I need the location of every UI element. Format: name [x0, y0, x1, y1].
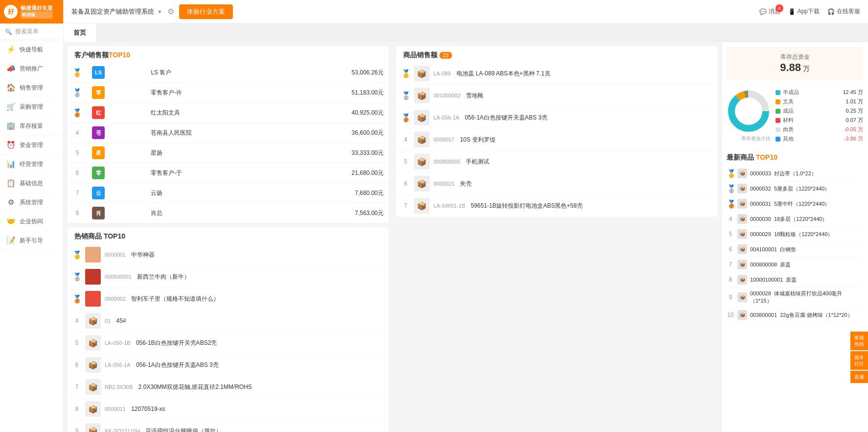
rank-num: 🥈	[401, 91, 410, 100]
sidebar-search[interactable]: 🔍 搜索菜单	[0, 24, 63, 40]
rank-num: 🥇	[72, 250, 81, 260]
product-thumb-placeholder: 📦	[737, 168, 747, 178]
product-code: 000500001	[105, 274, 132, 280]
rank-num: 🥈	[72, 272, 81, 282]
legend-dot	[776, 109, 780, 114]
sales-icon: 🏠	[6, 83, 16, 92]
product-name: 10S 变利罗缇	[458, 136, 496, 144]
product-thumb-placeholder: 📦	[85, 335, 101, 351]
legend-item: 肉类 -0.05 万	[776, 125, 863, 134]
customer-amount: 51,183.00元	[279, 83, 388, 103]
product-name: 电池盖 LA-089 ABS本色+黑种 7.1克	[455, 70, 550, 78]
rank-num: 5	[401, 158, 410, 165]
message-btn[interactable]: 💬 消息 6	[759, 7, 780, 16]
customer-name: 零售客户-许	[146, 83, 279, 103]
float-buttons: 客服 热线 服务 社区 直播	[850, 332, 868, 383]
guide-icon: 📝	[6, 236, 16, 245]
list-item: 8 📦 0000011 12070519-xs	[68, 398, 388, 420]
sidebar-item-marketing[interactable]: 📣 营销推广	[0, 59, 63, 78]
system-icon: ⚙	[6, 198, 16, 207]
legend-label: 成品	[783, 107, 794, 115]
sidebar-item-finance[interactable]: ⏰ 资金管理	[0, 136, 63, 155]
product-name: 手机测试	[464, 158, 489, 166]
product-code: LA-056-1B	[105, 340, 131, 346]
sidebar-item-inventory[interactable]: 🏢 库存核算	[0, 117, 63, 136]
try-btn[interactable]: 体验行业方案	[179, 4, 233, 19]
product-thumb-placeholder: 📦	[737, 260, 747, 269]
sidebar-item-system[interactable]: ⚙ 系统管理	[0, 193, 63, 212]
list-item: 🥈 000500001 新西兰牛肉（新牛）	[68, 266, 388, 288]
float-live-btn[interactable]: 直播	[850, 371, 868, 383]
sidebar-item-cooperation[interactable]: 🤝 企业协同	[0, 212, 63, 231]
search-icon: 🔍	[5, 28, 12, 35]
service-btn[interactable]: 🎧 在线客服	[827, 7, 860, 16]
product-thumb	[85, 291, 101, 307]
product-thumb	[85, 269, 101, 285]
legend-left: 肉类	[776, 126, 794, 133]
list-item: 9 📦 KK-SD22110H 花语萌恒温分腿睡袋（厚款）	[68, 420, 388, 432]
legend-value: 0.25 万	[846, 107, 863, 115]
gear-icon[interactable]: ⚙	[167, 7, 174, 16]
customer-title: 客户销售额TOP10	[68, 46, 388, 63]
sidebar-item-sales[interactable]: 🏠 销售管理	[0, 78, 63, 97]
chevron-down-icon: ▼	[157, 9, 162, 15]
legend-item: 其他 -3.86 万	[776, 134, 863, 144]
customer-badge: 红	[92, 106, 105, 119]
sidebar-item-basic[interactable]: 📋 基础信息	[0, 174, 63, 193]
list-item: 🥉 📦 LA-056-1A 056-1A白色按键开关盖ABS 3壳	[396, 107, 717, 129]
product-code: LA-056-1A	[434, 115, 459, 120]
float-community-btn[interactable]: 服务 社区	[850, 351, 868, 370]
sidebar-item-purchase[interactable]: 🛒 采购管理	[0, 97, 63, 117]
product-thumb-placeholder: 📦	[85, 357, 101, 373]
product-section: 商品销售额 22 🥇 📦 LA-089 电池盖 LA-089 ABS本色+黑种 …	[392, 42, 721, 432]
rank-badge-cell: 肖	[87, 203, 146, 223]
tabs-bar: 首页	[64, 24, 868, 42]
list-item: 4 📦 0000030 18多层（1220*2440）	[727, 212, 863, 227]
rank-num: 4	[72, 317, 81, 324]
legend-item: 半成品 12.45 万	[776, 88, 863, 97]
customer-amount: 53,006.26元	[279, 63, 388, 83]
product-thumb-placeholder: 📦	[414, 66, 430, 81]
latest-products-list: 🥇 📦 0000033 封边带（1.0*22） 🥈 📦 0000032 5厘多层…	[727, 166, 863, 323]
rank-num: 7	[401, 202, 410, 209]
legend-value: 0.07 万	[846, 117, 863, 124]
sidebar-logo: 好 畅捷通好生意 标准版	[0, 0, 63, 24]
legend-value: -3.86 万	[844, 135, 863, 143]
list-item: 5 📦 LA-056-1B 056-1B白色按键开关壳ABS2壳	[68, 332, 388, 354]
list-item: 🥇 📦 0000033 封边带（1.0*22）	[727, 166, 863, 181]
shortcut-label: 快捷导航	[20, 46, 43, 54]
legend-label: 肉类	[783, 126, 794, 133]
table-row: 5 星 星扬 33,333.00元	[68, 143, 388, 163]
list-item: 6 📦 0000021 夹壳	[396, 173, 717, 195]
sidebar-item-shortcut[interactable]: ⚡ 快捷导航	[0, 40, 63, 59]
rank-num: 6	[401, 180, 410, 187]
system-label: 系统管理	[20, 198, 43, 207]
sidebar-item-operations[interactable]: 📊 经营管理	[0, 155, 63, 174]
tab-home[interactable]: 首页	[64, 24, 96, 42]
product-name: 新西兰牛肉（新牛）	[136, 273, 190, 281]
product-name: 004100001 白钢垫	[750, 246, 863, 253]
rank-num: 🥈	[68, 83, 87, 103]
product-name: 10000100001 原盖	[750, 276, 863, 284]
product-thumb-placeholder: 📦	[737, 214, 747, 224]
list-item: 4 📦 01 45#	[68, 310, 388, 332]
system-selector[interactable]: 装备及固定资产辅助管理系统 ▼	[71, 7, 162, 16]
customer-badge: 云	[92, 187, 105, 199]
rank-num: 4	[401, 136, 410, 143]
customer-amount: 21,680.00元	[279, 163, 388, 183]
sidebar-item-guide[interactable]: 📝 新手引导	[0, 231, 63, 250]
app-download-btn[interactable]: 📱 App下载	[788, 7, 820, 16]
product-name: 中华神器	[130, 251, 155, 259]
product-code: LA-056-1A	[105, 362, 131, 368]
purchase-label: 采购管理	[20, 103, 43, 111]
topbar: 装备及固定资产辅助管理系统 ▼ ⚙ 体验行业方案 💬 消息 6 📱 App下载 …	[64, 0, 868, 24]
float-service-btn[interactable]: 客服 热线	[850, 332, 868, 350]
product-thumb-placeholder: 📦	[737, 275, 747, 285]
service-label: 在线客服	[837, 7, 860, 16]
customer-table: 🥇 LS LS 客户 53,006.26元 🥈 零 零售客户-许 51,183.…	[68, 63, 388, 223]
product-name: 056-1A白色按键开关盖ABS 3壳	[135, 361, 219, 369]
service-icon: 🎧	[827, 8, 835, 15]
operations-label: 经营管理	[20, 160, 43, 168]
customer-badge: 苍	[92, 126, 105, 139]
customer-name: LS 客户	[146, 63, 279, 83]
